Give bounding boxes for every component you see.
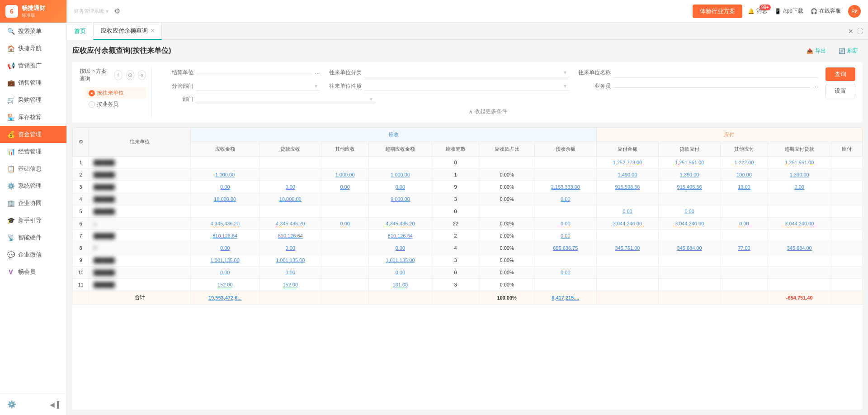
collapse-conditions-button[interactable]: ∧ 收起更多条件 xyxy=(157,106,818,117)
col-ap-overdue: 超期应付货款 xyxy=(768,142,831,157)
sidebar-item-smart-hw[interactable]: 📡 智能硬件 xyxy=(0,229,66,246)
sidebar-item-label-corp: 企业协同 xyxy=(18,199,42,207)
sidebar-item-finance[interactable]: 💰 资金管理 xyxy=(0,126,66,143)
sidebar-collapse-icon[interactable]: ◀▐ xyxy=(50,401,59,408)
col-ap-col5: 应付 xyxy=(831,142,862,157)
edit-scheme-button[interactable]: ⊙ xyxy=(126,70,134,80)
search-row-2: 分管部门 ▾ 往来单位性质 ▾ xyxy=(157,81,818,91)
table-row: 10██████0.000.000.0000.00%0.00 xyxy=(73,267,863,279)
basic-info-icon: 📋 xyxy=(7,165,14,172)
settlement-unit-picker-icon[interactable]: ··· xyxy=(315,69,320,76)
tab-ar-ap[interactable]: 应收应付余额查询 ✕ xyxy=(94,23,162,40)
refresh-icon: 🔄 xyxy=(839,48,845,54)
purchase-icon: 🛒 xyxy=(7,96,14,104)
inventory-icon: 🏪 xyxy=(7,114,14,121)
sidebar-item-operations[interactable]: 📊 经营管理 xyxy=(0,143,66,160)
search-icon: 🔍 xyxy=(7,28,14,35)
query-button[interactable]: 查询 xyxy=(826,67,855,81)
window-maximize-icon[interactable]: ⛶ xyxy=(857,28,863,34)
online-service-item[interactable]: 🎧 在线客服 xyxy=(811,7,841,15)
sidebar-bottom-settings-icon[interactable]: ⚙️ xyxy=(7,400,16,409)
app-download-item[interactable]: 📱 App下载 xyxy=(774,7,803,15)
export-label: 导出 xyxy=(815,47,826,55)
field-partner-category-label: 往来单位分类 xyxy=(326,69,362,76)
settings-button[interactable]: 设置 xyxy=(826,84,855,98)
breadcrumb: 财务管理系统 ▾ xyxy=(74,8,108,14)
partner-nature-select[interactable]: ▾ xyxy=(364,81,569,91)
data-table: ⚙ 往来单位 应收 应付 应收金额 贷款应收 其他应收 超期应收金额 应收笔数 xyxy=(72,127,863,305)
content-area: 应收应付余额查询(按往来单位) 📤 导出 🔄 刷新 按以下方案查询 xyxy=(67,40,868,415)
sidebar-item-basic-info[interactable]: 📋 基础信息 xyxy=(0,160,66,177)
partner-category-select[interactable]: ▾ xyxy=(364,68,569,77)
sidebar-item-beginner[interactable]: 🎓 新手引导 xyxy=(0,212,66,229)
settlement-unit-input[interactable] xyxy=(196,71,312,74)
sidebar-item-label-smart: 智能硬件 xyxy=(18,234,42,242)
total-ap-other-empty xyxy=(721,291,768,305)
tab-close-icon[interactable]: ✕ xyxy=(151,28,154,33)
total-label: 合计 xyxy=(89,291,191,305)
option-by-partner[interactable]: ● 按往来单位 xyxy=(85,87,146,99)
collapse-scheme-button[interactable]: « xyxy=(138,70,146,80)
salesperson-picker-icon[interactable]: ··· xyxy=(813,83,818,90)
col-ar-count: 应收笔数 xyxy=(432,142,479,157)
collapse-label: 收起更多条件 xyxy=(475,108,507,115)
total-ar-amount[interactable]: 19,553,472,6... xyxy=(191,291,259,305)
total-ar-other-empty xyxy=(321,291,369,305)
sidebar-item-label-system: 系统管理 xyxy=(18,182,42,190)
dept-chevron: ▾ xyxy=(370,96,373,102)
sidebar-item-label-purchase: 采购管理 xyxy=(18,96,42,104)
sidebar-item-label-nav: 快捷导航 xyxy=(18,44,42,52)
table-scroll-area[interactable]: ⚙ 往来单位 应收 应付 应收金额 贷款应收 其他应收 超期应收金额 应收笔数 xyxy=(72,127,863,410)
page-actions: 📤 导出 🔄 刷新 xyxy=(802,45,863,57)
field-partner-name-label: 往来单位名称 xyxy=(575,69,611,76)
table-body: 1██████01,252,773.001,251,551.001,222.00… xyxy=(73,157,863,291)
table-row: 1██████01,252,773.001,251,551.001,222.00… xyxy=(73,157,863,169)
add-scheme-button[interactable]: + xyxy=(114,70,122,80)
sidebar-bottom: ⚙️ ◀▐ xyxy=(0,393,66,415)
home-icon: 🏠 xyxy=(7,45,14,52)
tab-home[interactable]: 首页 xyxy=(67,23,94,40)
sidebar-item-marketing[interactable]: 📢 营销推广 xyxy=(0,57,66,74)
refresh-button[interactable]: 🔄 刷新 xyxy=(834,45,863,57)
sidebar-item-quick-nav[interactable]: 🏠 快捷导航 xyxy=(0,40,66,57)
user-avatar[interactable]: Rit xyxy=(848,5,861,18)
sidebar-item-member[interactable]: V 畅会员 xyxy=(0,263,66,281)
col-ar-prepay: 预收余额 xyxy=(534,142,596,157)
field-partner-nature: 往来单位性质 ▾ xyxy=(326,81,569,91)
partner-name-input[interactable] xyxy=(613,67,818,78)
window-close-icon[interactable]: ✕ xyxy=(848,28,854,35)
sidebar-item-label-basic: 基础信息 xyxy=(18,165,42,173)
sidebar-item-search[interactable]: 🔍 搜索菜单 xyxy=(0,23,66,40)
topbar-gear-icon[interactable]: ⚙ xyxy=(114,7,120,15)
total-ap-col5-empty xyxy=(831,291,862,305)
sidebar-item-purchase[interactable]: 🛒 采购管理 xyxy=(0,91,66,109)
export-button[interactable]: 📤 导出 xyxy=(802,45,830,57)
sidebar-item-sales[interactable]: 💼 销售管理 xyxy=(0,74,66,91)
col-ap-amount: 应付金额 xyxy=(596,142,658,157)
sidebar-item-system[interactable]: ⚙️ 系统管理 xyxy=(0,177,66,195)
sidebar-item-label-member: 畅会员 xyxy=(18,268,36,276)
col-settings-header[interactable]: ⚙ xyxy=(73,128,89,157)
sidebar-item-corp-collab[interactable]: 🏢 企业协同 xyxy=(0,195,66,212)
partner-nature-chevron: ▾ xyxy=(564,83,566,89)
messages-icon-item[interactable]: 🔔 消息 99+ xyxy=(748,7,767,15)
dept-supervisor-select[interactable]: ▾ xyxy=(196,81,320,91)
topbar-icons: 🔔 消息 99+ 📱 App下载 🎧 在线客服 Rit xyxy=(748,5,861,18)
field-dept: 部门 ▾ xyxy=(157,95,375,104)
dept-select[interactable]: ▾ xyxy=(196,95,375,104)
option-by-partner-label: 按往来单位 xyxy=(97,89,124,97)
col-ar-amount: 应收金额 xyxy=(191,142,259,157)
search-scheme-panel: 按以下方案查询 + ⊙ « ● 按往来单位 ○ 按业务员 xyxy=(80,67,152,117)
collapse-up-icon: ∧ xyxy=(469,109,473,115)
sidebar-item-corp-wechat[interactable]: 💬 企业微信 xyxy=(0,246,66,263)
search-header: 按以下方案查询 + ⊙ « xyxy=(80,67,146,83)
solution-button[interactable]: 体验行业方案 xyxy=(693,5,742,18)
table-row: 9██████1,001,135.001,001,135.001,001,135… xyxy=(73,254,863,267)
sidebar: 6 畅捷通财 标准版 🔍 搜索菜单 🏠 快捷导航 📢 营销推广 💼 销售管理 🛒… xyxy=(0,0,67,415)
field-dept-label: 部门 xyxy=(157,95,193,103)
total-ar-prepay[interactable]: 6,417,215.... xyxy=(534,291,596,305)
sidebar-item-inventory[interactable]: 🏪 库存核算 xyxy=(0,109,66,126)
option-by-salesperson[interactable]: ○ 按业务员 xyxy=(85,99,146,110)
sales-icon: 💼 xyxy=(7,79,14,86)
tab-home-label: 首页 xyxy=(74,27,86,35)
